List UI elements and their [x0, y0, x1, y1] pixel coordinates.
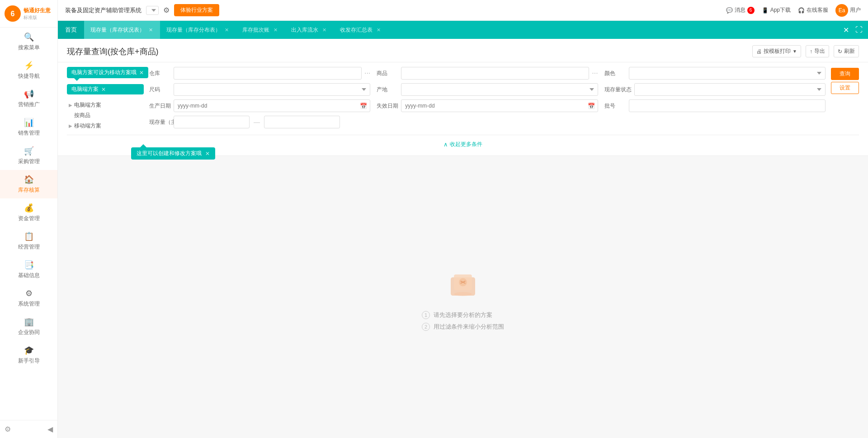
svg-point-7 [454, 292, 472, 296]
enterprise-icon: 🏢 [24, 317, 34, 327]
batch-input[interactable] [629, 99, 826, 112]
warehouse-input[interactable] [174, 67, 362, 80]
field-group-production-date: 生产日期 📅 [149, 99, 370, 112]
system-select[interactable] [146, 6, 159, 15]
page-title: 现存量查询(按仓库+商品) [67, 46, 159, 57]
field-row-3: 生产日期 📅 失效日期 📅 [149, 99, 826, 112]
system-name: 装备及固定资产辅助管理系统 [65, 6, 142, 14]
goods-dots[interactable]: ··· [592, 69, 598, 77]
search-icon: 🔍 [24, 32, 34, 42]
scheme-tooltip-popup: 这里可以创建和修改方案哦 ✕ [131, 147, 215, 160]
tab-inventory-status[interactable]: 现存量（库存状况表） ✕ [84, 21, 160, 39]
tab-fullscreen-icon[interactable]: ⛶ [854, 24, 864, 36]
size-select[interactable] [174, 83, 370, 96]
settings-bottom-icon[interactable]: ⚙ [5, 425, 11, 433]
tooltip2-close-icon[interactable]: ✕ [205, 151, 210, 157]
tab-inventory-dist[interactable]: 现存量（库存分布表） ✕ [160, 21, 236, 39]
filter-area: 按以下方案查询 + ↻ « 电脑端方案 ✕ [58, 62, 868, 156]
message-action[interactable]: 💬 消息 6 [726, 6, 755, 14]
tip-num-2: 2 [422, 323, 430, 331]
content-area: 现存量查询(按仓库+商品) 🖨 按模板打印 ▼ ↑ 导出 ↻ 刷新 [58, 39, 868, 438]
qty-to-input[interactable] [264, 116, 340, 128]
qty-label: 现存量（主） [149, 118, 171, 126]
set-btn[interactable]: 设置 [831, 82, 859, 94]
user-avatar: Ea [835, 4, 848, 17]
inventory-icon: 🏠 [24, 174, 34, 184]
sidebar-nav: 🔍 搜索菜单 ⚡ 快捷导航 📢 营销推广 📊 销售管理 🛒 采购管理 🏠 库存核… [0, 28, 57, 420]
production-date-label: 生产日期 [149, 102, 171, 110]
experience-btn[interactable]: 体验行业方案 [174, 4, 219, 16]
header-left: 装备及固定资产辅助管理系统 ⚙ 体验行业方案 [65, 4, 219, 16]
tab-inout-flow[interactable]: 出入库流水 ✕ [285, 21, 334, 39]
tab-batch-account[interactable]: 库存批次账 ✕ [236, 21, 285, 39]
purchase-icon: 🛒 [24, 146, 34, 156]
message-icon: 💬 [726, 7, 733, 14]
field-group-color: 颜色 [604, 67, 826, 80]
warehouse-dots[interactable]: ··· [364, 69, 370, 77]
expiry-date-calendar-icon[interactable]: 📅 [588, 103, 595, 109]
online-service-action[interactable]: 🎧 在线客服 [798, 6, 828, 14]
range-dash: — [252, 118, 261, 126]
scheme-tag-close[interactable]: ✕ [101, 86, 106, 93]
export-btn[interactable]: ↑ 导出 [806, 45, 829, 57]
tab-home[interactable]: 首页 [58, 21, 84, 39]
tab-close-inventory-dist[interactable]: ✕ [223, 27, 230, 33]
production-date-input[interactable] [174, 99, 370, 112]
user-action[interactable]: Ea 用户 [835, 4, 861, 17]
qty-from-input[interactable] [174, 116, 250, 128]
origin-select[interactable] [401, 83, 598, 96]
sidebar-item-guide[interactable]: 🎓 新手引导 [0, 341, 57, 369]
sidebar-item-sales[interactable]: 📊 销售管理 [0, 113, 57, 141]
header-right: 💬 消息 6 📱 App下载 🎧 在线客服 Ea 用户 [726, 4, 861, 17]
tree-item-mobile[interactable]: ▶ 移动端方案 [67, 121, 144, 131]
scheme-tree: ▶ 电脑端方案 按商品 ▶ 移动端方案 [67, 100, 144, 131]
production-date-wrap: 📅 [174, 99, 370, 112]
color-select[interactable] [629, 67, 826, 80]
template-print-btn[interactable]: 🖨 按模板打印 ▼ [752, 45, 801, 57]
sidebar-item-search[interactable]: 🔍 搜索菜单 [0, 28, 57, 56]
sidebar-item-inventory[interactable]: 🏠 库存核算 [0, 170, 57, 198]
sidebar-item-quick-nav[interactable]: ⚡ 快捷导航 [0, 56, 57, 85]
sidebar-item-purchase[interactable]: 🛒 采购管理 [0, 141, 57, 170]
stock-status-select[interactable] [634, 83, 826, 96]
logo-icon: 6 [5, 5, 21, 22]
print-icon: 🖨 [756, 48, 762, 55]
headset-icon: 🎧 [798, 7, 805, 14]
query-btn[interactable]: 查询 [831, 68, 859, 80]
sidebar-item-operations[interactable]: 📋 经营管理 [0, 227, 57, 255]
origin-label: 产地 [377, 86, 398, 94]
field-group-stock-status: 现存量状态 [604, 83, 826, 96]
production-date-calendar-icon[interactable]: 📅 [360, 103, 367, 109]
sidebar-item-basic[interactable]: 📑 基础信息 [0, 255, 57, 284]
tab-receive-summary[interactable]: 收发存汇总表 ✕ [334, 21, 388, 39]
field-group-qty: 现存量（主） — [149, 116, 303, 128]
refresh-btn[interactable]: ↻ 刷新 [834, 45, 859, 57]
tree-item-desktop[interactable]: ▶ 电脑端方案 [67, 100, 144, 110]
goods-label: 商品 [377, 70, 398, 77]
app-download-action[interactable]: 📱 App下载 [762, 6, 791, 14]
logo-text: 畅通好生意 标准版 [24, 7, 51, 21]
tooltip-close-icon[interactable]: ✕ [139, 70, 144, 76]
collapse-sidebar-icon[interactable]: ◀ [47, 425, 53, 433]
page-actions: 🖨 按模板打印 ▼ ↑ 导出 ↻ 刷新 [752, 45, 859, 57]
goods-input[interactable] [401, 67, 589, 80]
tree-item-by-goods[interactable]: 按商品 [67, 110, 144, 121]
tab-close-receive-summary[interactable]: ✕ [375, 27, 382, 33]
scheme-tag[interactable]: 电脑端方案 ✕ 电脑方案可设为移动方案哦 ✕ [67, 84, 144, 94]
sidebar-item-assets[interactable]: 💰 资金管理 [0, 198, 57, 227]
stock-status-label: 现存量状态 [604, 86, 632, 94]
scheme-tooltip-1: 电脑方案可设为移动方案哦 ✕ [67, 67, 148, 78]
sidebar-item-marketing[interactable]: 📢 营销推广 [0, 85, 57, 113]
sidebar-item-system[interactable]: ⚙ 系统管理 [0, 284, 57, 312]
settings-gear-icon[interactable]: ⚙ [163, 6, 170, 14]
tab-close-inout-flow[interactable]: ✕ [321, 27, 327, 33]
empty-tip-2: 2 用过滤条件来缩小分析范围 [422, 323, 504, 331]
sidebar-item-enterprise[interactable]: 🏢 企业协同 [0, 312, 57, 341]
expiry-date-input[interactable] [401, 99, 598, 112]
system-icon: ⚙ [25, 288, 33, 298]
tab-close-inventory-status[interactable]: ✕ [147, 27, 154, 33]
field-group-expiry-date: 失效日期 📅 [377, 99, 598, 112]
tab-close-all-icon[interactable]: ✕ [841, 24, 851, 36]
tab-close-batch-account[interactable]: ✕ [272, 27, 278, 33]
message-badge: 6 [747, 7, 755, 14]
